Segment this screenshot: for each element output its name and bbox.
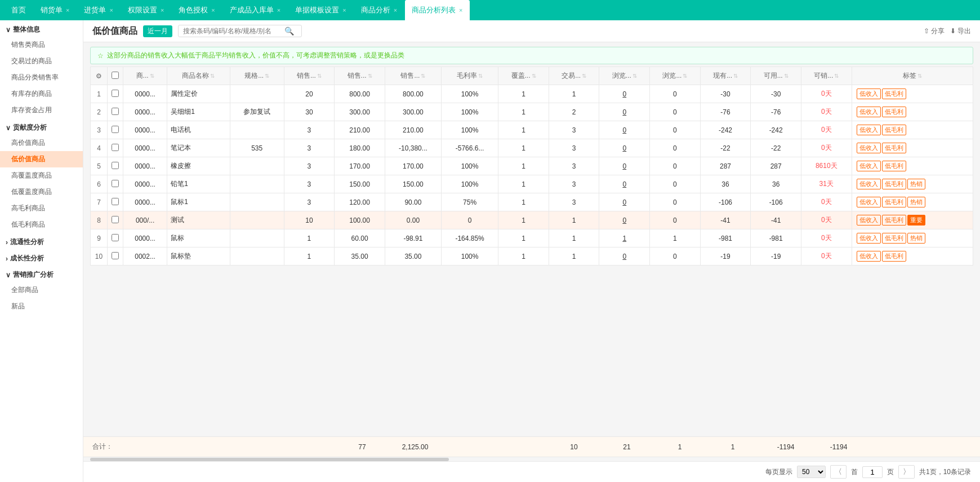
row-transactions: 3 — [549, 193, 599, 211]
sidebar-section-circulation[interactable]: › 流通性分析 — [0, 233, 83, 249]
pv1-link[interactable]: 0 — [622, 162, 626, 170]
tag-col-header[interactable]: 标签⇅ — [852, 67, 973, 85]
sidebar-item-traded-products[interactable]: 交易过的商品 — [0, 53, 83, 69]
available-col-header[interactable]: 可用...⇅ — [751, 67, 801, 85]
sidebar-section-marketing[interactable]: ∨ 营销推广分析 — [0, 266, 83, 282]
row-checkbox[interactable] — [112, 126, 119, 133]
pv1-link[interactable]: 0 — [622, 180, 626, 188]
search-input[interactable] — [183, 27, 284, 35]
export-button[interactable]: ⬇ 导出 — [950, 26, 971, 36]
sidebar-section-overall[interactable]: ∨ 整体信息 — [0, 20, 83, 37]
row-pv1[interactable]: 0 — [599, 211, 650, 229]
row-gross-rate: 100% — [442, 175, 498, 193]
pv1-link[interactable]: 0 — [622, 144, 626, 152]
row-number: 4 — [91, 139, 108, 157]
nav-bill-template[interactable]: 单据模板设置 × — [288, 0, 353, 20]
sidebar-item-all-products[interactable]: 全部商品 — [0, 282, 83, 298]
first-page-button[interactable]: 〈 — [830, 465, 847, 479]
sales-amount-col-header[interactable]: 销售...⇅ — [335, 67, 385, 85]
sidebar-item-low-profit[interactable]: 低毛利商品 — [0, 216, 83, 233]
row-checkbox[interactable] — [112, 108, 119, 115]
sidebar-section-growth[interactable]: › 成长性分析 — [0, 249, 83, 266]
spec-col-header[interactable]: 规格...⇅ — [230, 67, 284, 85]
pv1-link[interactable]: 0 — [622, 126, 626, 134]
sidebar-item-high-profit[interactable]: 高毛利商品 — [0, 200, 83, 216]
row-transactions: 3 — [549, 139, 599, 157]
code-col-header[interactable]: 商...⇅ — [123, 67, 167, 85]
sidebar-item-high-value[interactable]: 高价值商品 — [0, 135, 83, 151]
select-all-checkbox[interactable] — [112, 72, 119, 79]
sellable-col-header[interactable]: 可销...⇅ — [801, 67, 852, 85]
sidebar-section-contribution[interactable]: ∨ 贡献度分析 — [0, 118, 83, 135]
row-sales-amount: 800.00 — [335, 85, 385, 103]
settings-col-header[interactable]: ⚙ — [91, 67, 108, 85]
nav-product-analysis-list[interactable]: 商品分析列表 × — [405, 0, 469, 20]
close-icon[interactable]: × — [66, 7, 69, 14]
pv1-link[interactable]: 0 — [622, 253, 626, 260]
row-checkbox[interactable] — [112, 144, 119, 151]
close-icon[interactable]: × — [342, 7, 346, 14]
sidebar-item-high-coverage[interactable]: 高覆盖度商品 — [0, 167, 83, 184]
page-input[interactable] — [862, 466, 883, 478]
close-icon[interactable]: × — [109, 7, 113, 14]
transactions-col-header[interactable]: 交易...⇅ — [549, 67, 599, 85]
row-pv1[interactable]: 0 — [599, 85, 650, 103]
row-pv1[interactable]: 0 — [599, 103, 650, 121]
coverage-col-header[interactable]: 覆盖...⇅ — [498, 67, 549, 85]
row-pv1[interactable]: 0 — [599, 247, 650, 266]
sidebar-item-category-rate[interactable]: 商品分类销售率 — [0, 69, 83, 86]
gross-rate-col-header[interactable]: 毛利率⇅ — [442, 67, 498, 85]
horizontal-scrollbar[interactable] — [83, 457, 980, 461]
sales-qty-col-header[interactable]: 销售...⇅ — [284, 67, 335, 85]
close-icon[interactable]: × — [459, 7, 462, 14]
sidebar-item-stocked-products[interactable]: 有库存的商品 — [0, 86, 83, 102]
close-icon[interactable]: × — [277, 7, 280, 14]
row-checkbox[interactable] — [112, 234, 119, 241]
nav-purchase-order[interactable]: 进货单 × — [77, 0, 119, 20]
close-icon[interactable]: × — [211, 7, 215, 14]
pv1-link[interactable]: 0 — [622, 90, 626, 98]
sidebar-item-low-coverage[interactable]: 低覆盖度商品 — [0, 184, 83, 200]
pv1-link[interactable]: 1 — [622, 235, 626, 242]
row-checkbox[interactable] — [112, 216, 119, 223]
nav-role-auth[interactable]: 角色授权 × — [172, 0, 221, 20]
row-pv1[interactable]: 0 — [599, 157, 650, 175]
close-icon[interactable]: × — [161, 7, 164, 14]
sidebar-item-sales-products[interactable]: 销售类商品 — [0, 37, 83, 53]
row-checkbox[interactable] — [112, 90, 119, 97]
nav-product-stock[interactable]: 产成品入库单 × — [223, 0, 287, 20]
row-checkbox[interactable] — [112, 180, 119, 187]
row-sellable-days: 0天 — [801, 103, 852, 121]
pv1-link[interactable]: 0 — [622, 198, 626, 206]
nav-sales-order[interactable]: 销货单 × — [34, 0, 76, 20]
row-pv1[interactable]: 0 — [599, 175, 650, 193]
per-page-select[interactable]: 50 100 200 — [797, 466, 826, 478]
row-pv1[interactable]: 0 — [599, 193, 650, 211]
row-pv1[interactable]: 1 — [599, 229, 650, 247]
row-checkbox[interactable] — [112, 252, 119, 259]
share-button[interactable]: ⇧ 分享 — [924, 26, 945, 36]
name-col-header[interactable]: 商品名称⇅ — [167, 67, 230, 85]
stock-col-header[interactable]: 现有...⇅ — [700, 67, 751, 85]
sidebar-item-new-products[interactable]: 新品 — [0, 298, 83, 315]
pv2-col-header[interactable]: 浏览...⇅ — [650, 67, 701, 85]
nav-product-analysis[interactable]: 商品分析 × — [354, 0, 404, 20]
period-button[interactable]: 近一月 — [143, 25, 172, 37]
pv1-link[interactable]: 0 — [622, 108, 626, 116]
row-checkbox[interactable] — [112, 198, 119, 205]
row-name: 测试 — [167, 211, 230, 229]
close-icon[interactable]: × — [394, 7, 397, 14]
pv1-col-header[interactable]: 浏览...⇅ — [599, 67, 650, 85]
row-pv1[interactable]: 0 — [599, 121, 650, 139]
sidebar-item-stock-capital[interactable]: 库存资金占用 — [0, 102, 83, 118]
row-pv1[interactable]: 0 — [599, 139, 650, 157]
nav-home[interactable]: 首页 — [5, 0, 33, 20]
row-checkbox[interactable] — [112, 162, 119, 169]
search-icon[interactable]: 🔍 — [284, 26, 294, 36]
sidebar-item-low-value[interactable]: 低价值商品 — [0, 151, 83, 167]
sales-cost-col-header[interactable]: 销售...⇅ — [385, 67, 441, 85]
pv1-link[interactable]: 0 — [622, 216, 626, 224]
nav-permission-settings[interactable]: 权限设置 × — [121, 0, 171, 20]
next-page-button[interactable]: 〉 — [898, 465, 915, 479]
row-available: -22 — [751, 139, 801, 157]
